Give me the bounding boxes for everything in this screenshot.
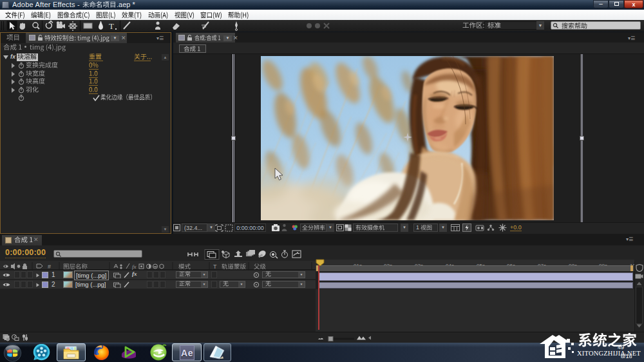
svg-text:fx: fx bbox=[132, 263, 137, 270]
svg-text:T: T bbox=[213, 263, 217, 270]
svg-text:T: T bbox=[109, 21, 114, 31]
svg-text:#: # bbox=[48, 263, 51, 270]
